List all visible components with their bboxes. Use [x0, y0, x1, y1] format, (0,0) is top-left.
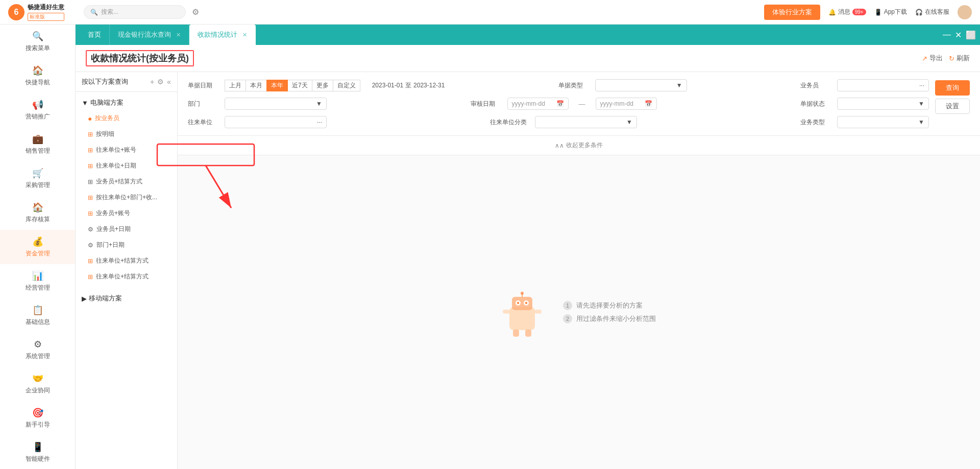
dept-select[interactable]: ▼	[225, 98, 327, 110]
scheme-item-by-detail[interactable]: ⊞ 按明细	[76, 126, 177, 142]
sidebar-item-label-guide: 新手引导	[26, 420, 50, 429]
scheme-item-partner-settle3[interactable]: ⊞ 往来单位+结算方式	[76, 269, 177, 285]
sidebar-item-finance[interactable]: 💰 资金管理	[0, 230, 75, 264]
scheme-desktop-title[interactable]: ▼ 电脑端方案	[76, 95, 177, 110]
empty-row: 1 请先选择要分析的方案 2 用过滤条件来缩小分析范围	[502, 292, 656, 333]
sidebar-item-quicknav[interactable]: 🏠 快捷导航	[0, 59, 75, 93]
tip-item-2: 2 用过滤条件来缩小分析范围	[563, 314, 656, 323]
header-gear-icon[interactable]: ⚙	[192, 7, 199, 17]
export-btn[interactable]: ↗ 导出	[922, 54, 943, 63]
sidebar-item-guide[interactable]: 🎯 新手引导	[0, 401, 75, 435]
sidebar-item-warehouse[interactable]: 🏠 库存核算	[0, 196, 75, 230]
date-tabs: 上月 本月 本年 近7天 更多 自定义	[225, 80, 360, 91]
query-btn[interactable]: 查询	[935, 80, 970, 96]
tip-text-1: 请先选择要分析的方案	[576, 301, 643, 310]
settings-btn[interactable]: 设置	[935, 99, 970, 114]
audit-date-label: 审核日期	[471, 100, 499, 108]
scheme-mobile-section: ▶ 移动端方案	[76, 288, 177, 309]
svg-rect-11	[503, 310, 510, 314]
scheme-collapse-btn[interactable]: «	[167, 78, 171, 86]
audit-date-end[interactable]: yyyy-mm-dd 📅	[596, 98, 657, 110]
quick-nav-icon: 🏠	[32, 65, 43, 76]
date-tab-custom[interactable]: 自定义	[333, 80, 360, 91]
tab-maximize-btn[interactable]: ⬜	[966, 30, 976, 40]
date-tab-this-month[interactable]: 本月	[246, 80, 267, 91]
messages-item[interactable]: 🔔 消息 99+	[828, 8, 866, 16]
refresh-icon: ↻	[949, 55, 954, 62]
voucher-type-select[interactable]: ▼	[595, 79, 687, 91]
online-service-item[interactable]: 🎧 在线客服	[915, 8, 949, 16]
sidebar-item-system[interactable]: ⚙ 系统管理	[0, 333, 75, 367]
tab-collection-stats-close[interactable]: ✕	[242, 32, 247, 38]
sidebar-item-purchase[interactable]: 🛒 采购管理	[0, 161, 75, 196]
scheme-mobile-title[interactable]: ▶ 移动端方案	[76, 291, 177, 306]
scheme-item-label-detail: 按明细	[96, 130, 114, 138]
scheme-item-partner-dept[interactable]: ⊞ 按往来单位+部门+收...	[76, 190, 177, 205]
scheme-item-sp-date[interactable]: ⚙ 业务员+日期	[76, 221, 177, 237]
tab-close-btn[interactable]: ✕	[955, 30, 962, 40]
tab-home[interactable]: 首页	[80, 25, 110, 45]
scheme-item-by-salesperson[interactable]: ● 按业务员	[76, 110, 177, 126]
voucher-status-select[interactable]: ▼	[837, 98, 929, 110]
tab-collection-stats[interactable]: 收款情况统计 ✕	[189, 25, 256, 45]
trial-btn[interactable]: 体验行业方案	[764, 5, 820, 20]
app-download-label: App下载	[884, 8, 907, 16]
tab-bank-flow-close[interactable]: ✕	[176, 32, 181, 38]
collapse-label: 收起更多条件	[566, 141, 603, 150]
date-range: 2023-01-01 至 2023-12-31	[372, 81, 445, 90]
scheme-item-partner-account[interactable]: ⊞ 往来单位+账号	[76, 142, 177, 158]
partner-select[interactable]: ···	[225, 116, 327, 128]
purchase-icon: 🛒	[32, 168, 43, 179]
sidebar-item-operation[interactable]: 📊 经营管理	[0, 264, 75, 298]
app-download-item[interactable]: 📱 App下载	[874, 8, 907, 16]
refresh-btn[interactable]: ↻ 刷新	[949, 54, 970, 63]
date-tab-more[interactable]: 更多	[312, 80, 333, 91]
svg-rect-4	[512, 297, 532, 310]
scheme-desktop-label: 电脑端方案	[90, 98, 124, 107]
bell-icon: 🔔	[828, 9, 836, 16]
calendar-icon: 📅	[556, 100, 564, 107]
sidebar-item-label-operation: 经营管理	[26, 284, 50, 292]
sidebar-item-enterprise[interactable]: 🤝 企业协同	[0, 367, 75, 401]
date-range-sep: 至	[405, 81, 411, 90]
audit-date-start[interactable]: yyyy-mm-dd 📅	[507, 98, 569, 110]
scheme-item-dept-date[interactable]: ⚙ 部门+日期	[76, 237, 177, 253]
business-type-select[interactable]: ▼	[837, 116, 929, 128]
svg-point-10	[521, 292, 524, 295]
header-search[interactable]: 🔍 搜索...	[84, 5, 186, 19]
scheme-add-btn[interactable]: +	[150, 78, 154, 86]
scheme-partner-settle2-icon: ⊞	[88, 257, 93, 265]
sidebar-item-marketing[interactable]: 📢 营销推广	[0, 93, 75, 127]
partner-more-btn[interactable]: ···	[317, 119, 322, 126]
svg-rect-14	[525, 330, 531, 337]
main-layout: 🔍 搜索菜单 🏠 快捷导航 📢 营销推广 💼 销售管理 🛒 采购管理 🏠 库存核…	[0, 25, 980, 469]
salesperson-select[interactable]: ···	[837, 79, 929, 91]
audit-end-placeholder: yyyy-mm-dd	[600, 100, 633, 107]
scheme-settings-btn[interactable]: ⚙	[157, 78, 164, 86]
sidebar-item-search[interactable]: 🔍 搜索菜单	[0, 25, 75, 59]
date-tab-this-year[interactable]: 本年	[266, 80, 288, 91]
tab-minimize-btn[interactable]: —	[943, 30, 951, 40]
messages-label: 消息	[838, 8, 850, 16]
scheme-item-partner-date[interactable]: ⊞ 往来单位+日期	[76, 158, 177, 174]
robot-illustration	[502, 292, 543, 333]
logo-text: 畅捷通好生意	[28, 3, 64, 12]
date-tab-last-month[interactable]: 上月	[225, 80, 246, 91]
sidebar-item-basic[interactable]: 📋 基础信息	[0, 298, 75, 333]
tab-bar: 首页 现金银行流水查询 ✕ 收款情况统计 ✕ — ✕ ⬜	[76, 25, 980, 45]
logo-area: 6 畅捷通好生意 标准版	[8, 3, 84, 21]
user-avatar[interactable]	[958, 5, 972, 19]
scheme-item-sp-account[interactable]: ⊞ 业务员+账号	[76, 205, 177, 221]
scheme-item-partner-settle2[interactable]: ⊞ 往来单位+结算方式	[76, 253, 177, 269]
sidebar-item-smart-hardware[interactable]: 📱 智能硬件	[0, 435, 75, 469]
partner-category-select[interactable]: ▼	[535, 116, 637, 128]
scheme-item-salesperson-settlement[interactable]: ⊞ 业务员+结算方式	[76, 174, 177, 190]
scheme-dept-date-icon: ⚙	[88, 242, 93, 249]
date-tab-7days[interactable]: 近7天	[287, 80, 312, 91]
salesperson-more-btn[interactable]: ···	[919, 82, 924, 89]
collapse-bar[interactable]: ∧∧ 收起更多条件	[178, 136, 980, 155]
marketing-icon: 📢	[32, 99, 43, 110]
tab-bank-flow[interactable]: 现金银行流水查询 ✕	[110, 25, 189, 45]
sidebar-item-sales[interactable]: 💼 销售管理	[0, 127, 75, 161]
scheme-item-label-dept-date: 部门+日期	[96, 241, 125, 249]
